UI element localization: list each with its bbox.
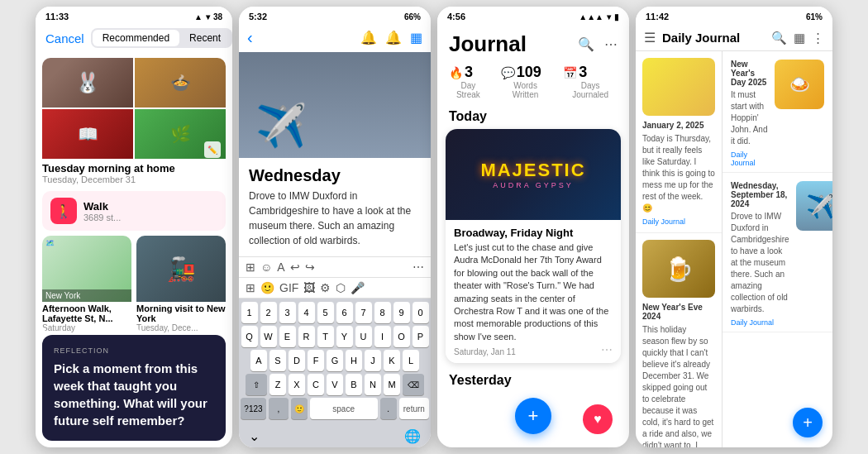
dj-right-card-sep[interactable]: Wednesday, September 18, 2024 Drove to I… — [723, 173, 832, 332]
undo-icon[interactable]: ↩ — [290, 260, 300, 274]
key-d[interactable]: D — [289, 350, 305, 371]
grid-icon[interactable]: ▦ — [410, 30, 422, 45]
kb-mic-icon[interactable]: 🎤 — [351, 281, 365, 294]
key-m[interactable]: M — [384, 374, 400, 395]
redo-icon[interactable]: ↪ — [305, 260, 315, 274]
key-z[interactable]: Z — [269, 374, 286, 395]
wifi-icon: ▾ — [206, 12, 210, 22]
key-v[interactable]: V — [327, 374, 343, 395]
key-k[interactable]: K — [384, 350, 400, 371]
favorite-button[interactable]: ♥ — [583, 404, 613, 434]
memory-card-1[interactable]: 🐰 🍲 📖 🌿 ✏️ Tuesday morning at home Tuesd… — [42, 58, 226, 184]
key-j[interactable]: J — [365, 350, 381, 371]
kb-emoji-icon[interactable]: 🙂 — [260, 281, 274, 294]
key-3[interactable]: 3 — [279, 302, 296, 323]
dj-more-icon[interactable]: ⋮ — [812, 31, 824, 45]
walk-label: Walk — [83, 200, 121, 213]
key-r[interactable]: R — [298, 326, 315, 347]
battery-1: 38 — [213, 12, 222, 22]
key-n[interactable]: N — [365, 374, 381, 395]
key-8[interactable]: 8 — [374, 302, 391, 323]
cancel-button[interactable]: Cancel — [45, 31, 84, 45]
chevron-down-icon[interactable]: ⌄ — [249, 428, 260, 444]
dj-search-icon[interactable]: 🔍 — [771, 31, 787, 45]
afternoon-walk-card[interactable]: 🗺️ New York Afternoon Walk, Lafayette St… — [42, 236, 131, 332]
more-options-icon[interactable]: ⋯ — [604, 36, 618, 52]
walk-steps: 3689 st... — [83, 213, 121, 222]
walk-card[interactable]: 🚶 Walk 3689 st... — [42, 191, 226, 231]
tab-recommended[interactable]: Recommended — [93, 30, 179, 46]
dj-right-card-nyd[interactable]: New Year's Day 2025 It must start with H… — [723, 51, 832, 173]
kb-gear-icon[interactable]: ⚙ — [320, 281, 331, 294]
plane2-image: ✈️ — [796, 181, 832, 231]
back-button[interactable]: ‹ — [247, 28, 253, 47]
key-p[interactable]: P — [413, 326, 429, 347]
key-6[interactable]: 6 — [336, 302, 353, 323]
more-icon[interactable]: ⋯ — [413, 260, 424, 274]
dj-layout-icon[interactable]: ▦ — [794, 31, 805, 45]
key-space[interactable]: space — [310, 398, 378, 419]
map-overlay: New York — [42, 289, 131, 302]
add-entry-button[interactable]: + — [515, 398, 551, 434]
format-a-icon[interactable]: A — [277, 260, 284, 274]
key-t[interactable]: T — [317, 326, 334, 347]
key-c[interactable]: C — [308, 374, 324, 395]
key-shift[interactable]: ⇧ — [246, 374, 267, 395]
key-f[interactable]: F — [308, 350, 324, 371]
grid-kb-icon[interactable]: ⊞ — [246, 260, 255, 274]
words-num: 109 — [517, 64, 541, 81]
key-1[interactable]: 1 — [241, 302, 258, 323]
search-icon[interactable]: 🔍 — [578, 36, 594, 52]
entry-more-icon[interactable]: ⋯ — [601, 343, 613, 356]
kb-scan-icon[interactable]: ⬡ — [336, 281, 346, 294]
key-w[interactable]: W — [260, 326, 277, 347]
tab-recent[interactable]: Recent — [179, 30, 231, 46]
nye2024-text: This holiday season flew by so quickly t… — [642, 324, 715, 447]
key-2[interactable]: 2 — [260, 302, 277, 323]
key-4[interactable]: 4 — [298, 302, 315, 323]
kb-gif-icon[interactable]: GIF — [279, 281, 298, 294]
featured-entry[interactable]: MAJESTIC AUDRA GYPSY Broadway, Friday Ni… — [446, 129, 621, 363]
key-x[interactable]: X — [289, 374, 305, 395]
kb-grid-icon[interactable]: ⊞ — [246, 281, 255, 294]
key-period[interactable]: . — [380, 398, 397, 419]
key-9[interactable]: 9 — [393, 302, 410, 323]
dj-card-nye2024[interactable]: 🍺 New Year's Eve 2024 This holiday seaso… — [636, 233, 722, 447]
key-e[interactable]: E — [279, 326, 296, 347]
key-h[interactable]: H — [346, 350, 362, 371]
key-delete[interactable]: ⌫ — [403, 374, 424, 395]
key-comma[interactable]: , — [269, 398, 289, 419]
bell2-icon[interactable]: 🔔 — [385, 30, 402, 45]
key-g[interactable]: G — [327, 350, 343, 371]
key-return[interactable]: return — [399, 398, 429, 419]
dj-card-jan2[interactable]: January 2, 2025 Today is Thursday, but i… — [636, 51, 722, 233]
key-b[interactable]: B — [346, 374, 362, 395]
key-0[interactable]: 0 — [413, 302, 429, 323]
key-emoji[interactable]: 🙂 — [291, 398, 308, 419]
key-i[interactable]: I — [374, 326, 391, 347]
key-u[interactable]: U — [355, 326, 372, 347]
add-entry-fab[interactable]: + — [793, 408, 823, 437]
edit-icon[interactable]: ✏️ — [204, 141, 221, 158]
globe-icon[interactable]: 🌐 — [404, 428, 421, 444]
key-s[interactable]: S — [269, 350, 286, 371]
yesterday-label: Yesterday — [437, 370, 629, 393]
key-y[interactable]: Y — [336, 326, 353, 347]
key-5[interactable]: 5 — [317, 302, 334, 323]
key-a[interactable]: A — [250, 350, 267, 371]
morning-visit-card[interactable]: 🚂 Morning visit to New York Tuesday, Dec… — [136, 236, 226, 332]
key-q[interactable]: Q — [241, 326, 258, 347]
bell-icon[interactable]: 🔔 — [360, 30, 377, 45]
key-l[interactable]: L — [403, 350, 419, 371]
key-123[interactable]: ?123 — [241, 398, 266, 419]
journal-app-header: Journal 🔍 ⋯ — [437, 25, 629, 60]
photo-book: 📖 — [42, 109, 133, 159]
smiley-icon[interactable]: ☺ — [260, 260, 272, 274]
sep-text: Drove to IMW Duxford in Cambridgeshire t… — [731, 211, 789, 315]
key-o[interactable]: O — [393, 326, 410, 347]
kb-photo-icon[interactable]: 🖼 — [303, 281, 315, 294]
featured-image: MAJESTIC AUDRA GYPSY — [446, 129, 621, 220]
hamburger-menu-icon[interactable]: ☰ — [644, 30, 656, 45]
streak-num: 3 — [465, 64, 473, 81]
key-7[interactable]: 7 — [355, 302, 372, 323]
